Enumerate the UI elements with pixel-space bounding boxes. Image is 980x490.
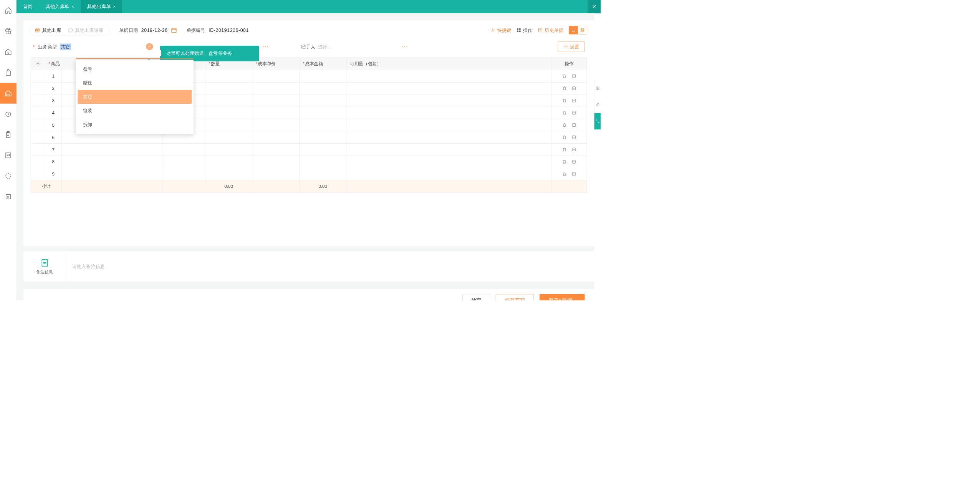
callout-text: 这里可以处理赠送、盘亏等业务 (166, 51, 232, 56)
rail-finance[interactable]: ¥ (0, 104, 17, 124)
right-rail-note-icon[interactable] (594, 80, 601, 96)
svg-rect-16 (517, 30, 518, 32)
add-row-icon[interactable] (571, 146, 577, 153)
save-draft-button[interactable]: 保存草稿 (496, 294, 534, 300)
svg-rect-22 (583, 30, 584, 31)
footer-label: 小计 (31, 180, 62, 192)
add-row-icon[interactable] (571, 109, 577, 116)
add-row-icon[interactable] (571, 134, 577, 141)
page-body: 其他出库 其他出库退库 单据日期 2019-12-26 单据编号 ID-2019… (17, 13, 594, 300)
rail-warehouse[interactable] (0, 83, 17, 104)
view-list-icon[interactable] (569, 26, 578, 34)
more-icon[interactable]: ⋯ (402, 43, 409, 50)
biz-type-field[interactable]: * 业务类型 其它 (33, 43, 153, 50)
handler-label: 经手人 (301, 43, 315, 50)
close-icon[interactable]: × (71, 4, 74, 9)
discard-button[interactable]: 放弃 (462, 294, 490, 300)
view-toggle (569, 26, 587, 34)
rail-home[interactable] (0, 0, 17, 21)
card-header: 其他出库 其他出库退库 单据日期 2019-12-26 单据编号 ID-2019… (23, 23, 594, 37)
delete-row-icon[interactable] (561, 171, 568, 177)
delete-row-icon[interactable] (561, 85, 568, 91)
svg-rect-19 (581, 28, 582, 30)
window-close-button[interactable] (588, 0, 601, 13)
rail-clipboard[interactable] (0, 124, 17, 145)
add-row-icon[interactable] (571, 171, 577, 177)
tab-other-in[interactable]: 其他入库单 × (39, 0, 81, 13)
calendar-icon[interactable] (171, 27, 177, 33)
rail-contacts[interactable] (0, 145, 17, 166)
close-icon[interactable]: × (113, 4, 116, 9)
rail-cycle[interactable] (0, 166, 17, 187)
radio-dot-icon (68, 28, 73, 32)
remarks-input[interactable] (66, 251, 594, 281)
svg-text:新: 新 (7, 196, 10, 199)
doc-no-value: ID-20191226-001 (209, 27, 249, 33)
radio-label: 其他出库退库 (75, 27, 104, 33)
shortcut-button[interactable]: 快捷键 (490, 27, 511, 33)
table-row[interactable]: 9 (31, 168, 587, 180)
more-icon[interactable]: ⋯ (262, 43, 269, 50)
rail-sales[interactable]: $ (0, 41, 17, 62)
row-index: 7 (45, 144, 61, 156)
row-index: 8 (45, 156, 61, 168)
chevron-up-icon[interactable] (146, 43, 153, 50)
svg-rect-15 (519, 28, 521, 30)
delete-row-icon[interactable] (561, 134, 568, 141)
th-ops: 操作 (551, 58, 587, 70)
radio-other-out-return[interactable]: 其他出库退库 (68, 27, 103, 33)
view-grid-icon[interactable] (578, 26, 587, 34)
th-avail: 可用量（包装） (346, 58, 551, 70)
dropdown-option[interactable]: 盘亏 (78, 62, 192, 76)
dropdown-option[interactable]: 其它 (78, 90, 192, 104)
save-new-button[interactable]: 保存&新增▾ (540, 294, 585, 300)
tab-label: 其他入库单 (46, 3, 69, 10)
delete-row-icon[interactable] (561, 109, 568, 116)
delete-row-icon[interactable] (561, 73, 568, 79)
svg-text:¥: ¥ (8, 113, 9, 116)
footer-cost: 0.00 (299, 180, 346, 192)
doc-date-field: 单据日期 2019-12-26 (119, 27, 177, 33)
svg-point-24 (37, 63, 38, 64)
doc-no-label: 单据编号 (187, 27, 205, 33)
dropdown-option[interactable]: 组装 (78, 104, 192, 118)
svg-rect-3 (6, 71, 10, 75)
add-row-icon[interactable] (571, 122, 577, 128)
delete-row-icon[interactable] (561, 146, 568, 153)
dropdown-option[interactable]: 拆卸 (78, 118, 192, 132)
table-gear-header[interactable] (31, 58, 45, 70)
settings-button[interactable]: 设置 (558, 41, 585, 52)
delete-row-icon[interactable] (561, 159, 568, 165)
notepad-icon (40, 258, 50, 268)
add-row-icon[interactable] (571, 97, 577, 104)
row-index: 3 (45, 94, 61, 107)
remarks-side: 备注信息 (23, 251, 66, 281)
table-row[interactable]: 7 (31, 144, 587, 156)
add-row-icon[interactable] (571, 85, 577, 91)
th-cost: *成本金额 (299, 58, 346, 70)
svg-point-8 (9, 154, 10, 156)
operate-button[interactable]: 操作 (516, 27, 533, 33)
tab-other-out[interactable]: 其他出库单 × (81, 0, 122, 13)
tab-label: 首页 (23, 3, 33, 10)
delete-row-icon[interactable] (561, 97, 568, 104)
radio-other-out[interactable]: 其他出库 (35, 27, 61, 33)
biz-type-value: 其它 (60, 43, 71, 50)
biz-type-label: 业务类型 (38, 43, 57, 50)
svg-text:$: $ (7, 51, 9, 55)
rail-bag[interactable] (0, 62, 17, 83)
rail-gift[interactable] (0, 21, 17, 41)
help-callout: 这里可以处理赠送、盘亏等业务 (160, 46, 259, 61)
right-rail-expand-icon[interactable] (594, 113, 601, 129)
handler-field[interactable]: 经手人 选择… (301, 43, 400, 50)
tab-home[interactable]: 首页 (17, 0, 39, 13)
delete-row-icon[interactable] (561, 122, 568, 128)
dropdown-option[interactable]: 赠送 (78, 76, 192, 90)
add-row-icon[interactable] (571, 159, 577, 165)
remarks-bar: 备注信息 (23, 251, 594, 281)
rail-new[interactable]: 新 (0, 186, 17, 207)
table-row[interactable]: 8 (31, 156, 587, 168)
history-button[interactable]: 历史单据 (538, 27, 563, 33)
add-row-icon[interactable] (571, 73, 577, 79)
right-rail-link-icon[interactable] (594, 96, 601, 113)
